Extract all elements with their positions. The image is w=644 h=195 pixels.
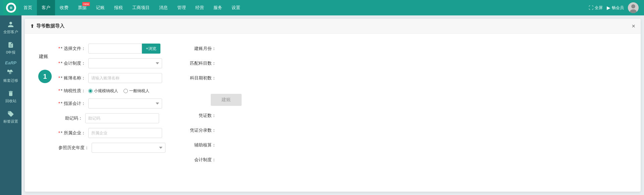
company-row: * 所属企业： xyxy=(58,128,172,138)
sidebar: 全部客户 0申报 EaRP 账套迁移 回收站 标签设置 xyxy=(0,15,21,195)
upload-icon: ⬆ xyxy=(30,23,34,29)
panel-title: ⬆ 导爷数据导入 xyxy=(30,23,64,29)
voucher-entries-label: 凭证分录数： xyxy=(186,127,216,133)
accountant-row: * 指派会计： xyxy=(58,99,172,109)
logo-icon xyxy=(6,3,16,13)
sidebar-migrate-label: 账套迁移 xyxy=(3,78,18,83)
tax-type-small-radio[interactable] xyxy=(88,89,93,93)
sidebar-item-tag-settings[interactable]: 标签设置 xyxy=(0,108,21,127)
history-year-row: 参照历史年度： xyxy=(58,143,172,153)
nav-manage[interactable]: 管理 xyxy=(172,0,191,15)
member-button[interactable]: ▶ 畅会员 xyxy=(607,5,624,11)
nav-right: ⛶ 全屏 ▶ 畅会员 xyxy=(589,2,639,13)
browse-button[interactable]: +浏览 xyxy=(142,44,160,54)
declare-icon xyxy=(7,41,14,49)
step-circle: 1 xyxy=(38,70,52,83)
form-left: 建账 1 * 选择文件： +浏览 xyxy=(38,40,172,165)
logo[interactable] xyxy=(3,0,19,15)
sidebar-item-zero-declare[interactable]: 0申报 xyxy=(0,39,21,58)
form-fields: * 选择文件： +浏览 * 会计制度： xyxy=(58,44,172,153)
person-icon xyxy=(7,21,14,28)
nav-invoice[interactable]: 票据 new xyxy=(73,0,91,15)
migrate-icon xyxy=(7,69,14,77)
nav-settings[interactable]: 设置 xyxy=(227,0,245,15)
create-month-label: 建账月份： xyxy=(186,46,216,52)
accountant-label: * 指派会计： xyxy=(58,101,86,107)
company-label: * 所属企业： xyxy=(58,130,86,136)
user-avatar[interactable] xyxy=(628,2,639,13)
aux-accounting-label: 辅助核算： xyxy=(186,142,216,148)
subject-init-label: 科目期初数： xyxy=(186,75,216,81)
fullscreen-icon: ⛶ xyxy=(589,5,593,10)
subject-init-row: 科目期初数： xyxy=(186,73,266,83)
member-label: 畅会员 xyxy=(612,5,624,11)
accounting-system-row: * 会计制度： xyxy=(58,58,172,68)
sidebar-tag-settings-label: 标签设置 xyxy=(3,119,18,124)
fullscreen-label: 全屏 xyxy=(595,5,603,11)
tax-type-radio-group: 小规模纳税人 一般纳税人 xyxy=(88,88,149,94)
sidebar-item-all-customers[interactable]: 全部客户 xyxy=(0,18,21,37)
trash-icon xyxy=(7,90,14,97)
memo-row: 助记码： xyxy=(58,113,172,123)
create-account-button[interactable]: 建账 xyxy=(211,94,242,106)
svg-point-2 xyxy=(631,4,635,8)
memo-input[interactable] xyxy=(85,113,159,123)
tax-type-row: * 纳税性质： 小规模纳税人 一般纳税人 xyxy=(58,88,172,94)
match-subject-label: 匹配科目数： xyxy=(186,60,216,66)
content-area: ⬆ 导爷数据导入 × 建账 1 * 选择文件： xyxy=(21,15,644,195)
history-year-select[interactable] xyxy=(92,143,165,153)
sidebar-item-recycle[interactable]: 回收站 xyxy=(0,87,21,106)
match-subject-row: 匹配科目数： xyxy=(186,58,266,68)
file-input[interactable] xyxy=(88,44,142,54)
sidebar-all-customers-label: 全部客户 xyxy=(3,29,18,35)
nav-tax[interactable]: 报税 xyxy=(109,0,128,15)
nav-fee[interactable]: 收费 xyxy=(55,0,73,15)
ledger-name-row: * 账簿名称： xyxy=(58,73,172,83)
accounting-sys-row: 会计制度： xyxy=(186,155,266,165)
panel-header: ⬆ 导爷数据导入 × xyxy=(25,19,641,34)
close-button[interactable]: × xyxy=(632,23,635,29)
sidebar-zero-declare-label: 0申报 xyxy=(6,50,15,55)
tax-type-label: * 纳税性质： xyxy=(58,88,86,94)
form-area: 建账 1 * 选择文件： +浏览 xyxy=(25,34,641,172)
nav-message[interactable]: 消息 xyxy=(154,0,172,15)
file-label: * 选择文件： xyxy=(58,46,86,52)
voucher-entries-row: 凭证分录数： xyxy=(186,125,266,135)
company-input[interactable] xyxy=(88,128,162,138)
member-icon: ▶ xyxy=(607,5,610,10)
nav-bookkeeping[interactable]: 记账 xyxy=(91,0,109,15)
sidebar-item-migrate[interactable]: 账套迁移 xyxy=(0,67,21,86)
tax-type-small[interactable]: 小规模纳税人 xyxy=(88,88,118,94)
nav-customer[interactable]: 客户 xyxy=(37,0,55,15)
new-badge: new xyxy=(82,2,90,6)
tag-icon xyxy=(7,110,14,118)
create-month-row: 建账月份： xyxy=(186,44,266,54)
accountant-select[interactable] xyxy=(88,99,162,109)
file-row: * 选择文件： +浏览 xyxy=(58,44,172,54)
history-year-label: 参照历史年度： xyxy=(58,145,89,151)
tax-type-general[interactable]: 一般纳税人 xyxy=(123,88,149,94)
tax-type-general-radio[interactable] xyxy=(123,89,128,93)
voucher-label: 凭证数： xyxy=(186,113,216,119)
nav-service[interactable]: 服务 xyxy=(209,0,227,15)
import-panel: ⬆ 导爷数据导入 × 建账 1 * 选择文件： xyxy=(25,19,641,192)
nav-operation[interactable]: 经营 xyxy=(191,0,209,15)
nav-items: 首页 客户 收费 票据 new 记账 报税 工商项目 消息 管理 经营 服务 设… xyxy=(19,0,589,15)
nav-home[interactable]: 首页 xyxy=(19,0,37,15)
file-input-group: +浏览 xyxy=(88,44,160,54)
section-label: 建账 xyxy=(39,54,48,60)
aux-accounting-row: 辅助核算： xyxy=(186,140,266,150)
main-layout: 全部客户 0申报 EaRP 账套迁移 回收站 标签设置 xyxy=(0,15,644,195)
voucher-row: 凭证数： xyxy=(186,111,266,121)
fullscreen-button[interactable]: ⛶ 全屏 xyxy=(589,5,603,11)
top-navigation: 首页 客户 收费 票据 new 记账 报税 工商项目 消息 管理 经营 服务 设… xyxy=(0,0,644,15)
ledger-name-input[interactable] xyxy=(88,73,162,83)
accounting-system-label: * 会计制度： xyxy=(58,60,86,66)
earp-label: EaRP xyxy=(5,60,16,65)
accounting-sys-label: 会计制度： xyxy=(186,157,216,163)
memo-label: 助记码： xyxy=(58,115,83,121)
nav-business-project[interactable]: 工商项目 xyxy=(128,0,154,15)
accounting-system-select[interactable] xyxy=(88,58,162,68)
ledger-name-label: * 账簿名称： xyxy=(58,75,86,81)
form-right: 建账月份： 匹配科目数： 科目期初数： 建账 xyxy=(186,44,266,165)
